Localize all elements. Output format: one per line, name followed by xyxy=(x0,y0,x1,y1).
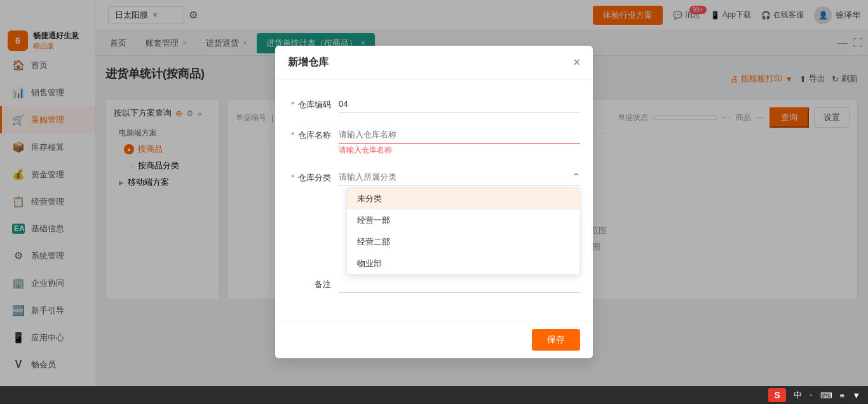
name-error-msg: 请输入仓库名称 xyxy=(339,145,580,156)
dialog-backdrop: 新增仓库 × * 仓库编码 * 仓库名称 请输入仓库名称 xyxy=(0,0,868,404)
category-input[interactable] xyxy=(339,168,572,185)
dialog-footer: 保存 xyxy=(275,321,593,358)
name-input[interactable] xyxy=(339,126,580,144)
bottom-arrow-icon[interactable]: ▼ xyxy=(852,391,860,400)
note-label: 备注 xyxy=(288,275,339,290)
brand-logo-bottom: S xyxy=(768,388,786,402)
category-option-ops1[interactable]: 经营一部 xyxy=(347,210,580,231)
name-field-col: 请输入仓库名称 xyxy=(339,126,580,156)
name-label: * 仓库名称 xyxy=(288,126,339,141)
dialog-close-button[interactable]: × xyxy=(573,56,580,69)
code-label: * 仓库编码 xyxy=(288,95,339,111)
category-required-mark: * xyxy=(291,173,294,182)
code-field-row: * 仓库编码 xyxy=(288,95,580,113)
category-dropdown: 未分类 经营一部 经营二部 物业部 xyxy=(346,187,580,275)
dialog-body: * 仓库编码 * 仓库名称 请输入仓库名称 * xyxy=(275,80,593,321)
dialog-title: 新增仓库 xyxy=(288,56,329,69)
bottom-dot-icon[interactable]: · xyxy=(810,389,812,401)
code-required-mark: * xyxy=(291,100,294,109)
bottom-menu-icon[interactable]: ≡ xyxy=(840,391,845,400)
bottom-keyboard-icon[interactable]: ⌨ xyxy=(820,391,832,400)
category-option-ops2[interactable]: 经营二部 xyxy=(347,231,580,253)
category-input-wrap: ⌃ xyxy=(339,168,580,186)
note-input[interactable] xyxy=(339,275,580,293)
name-field-row: * 仓库名称 请输入仓库名称 xyxy=(288,126,580,156)
category-option-property[interactable]: 物业部 xyxy=(347,253,580,274)
code-input[interactable] xyxy=(339,95,580,113)
bottom-zh-icon[interactable]: 中 xyxy=(794,389,802,401)
dialog-header: 新增仓库 × xyxy=(275,46,593,80)
save-button[interactable]: 保存 xyxy=(532,329,580,351)
name-required-mark: * xyxy=(291,130,294,140)
category-field-row: * 仓库分类 ⌃ 未分类 经营一部 经营二部 xyxy=(288,168,580,186)
status-bar: S 中 · ⌨ ≡ ▼ xyxy=(0,386,868,404)
note-field-row: 备注 xyxy=(288,275,580,293)
category-option-uncategorized[interactable]: 未分类 xyxy=(347,188,580,210)
category-label: * 仓库分类 xyxy=(288,168,339,184)
new-warehouse-dialog: 新增仓库 × * 仓库编码 * 仓库名称 请输入仓库名称 xyxy=(275,46,593,358)
category-toggle-icon[interactable]: ⌃ xyxy=(572,171,580,183)
